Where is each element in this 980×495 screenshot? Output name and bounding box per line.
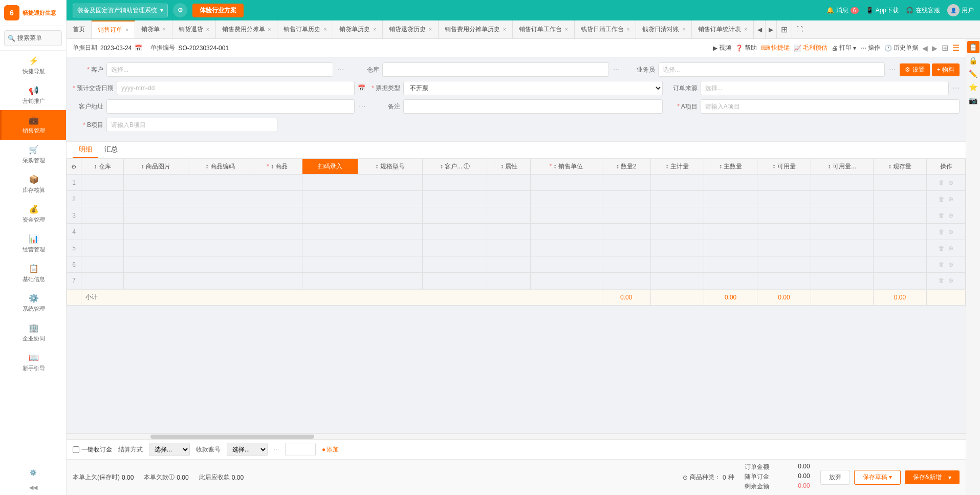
col-settings[interactable]: ⚙ <box>67 159 81 175</box>
tab-close-icon[interactable]: × <box>682 27 685 32</box>
warehouse-more-icon[interactable]: ··· <box>613 65 620 74</box>
print-action[interactable]: 🖨 打印 ▾ <box>832 44 856 52</box>
remarks-input[interactable] <box>403 99 662 114</box>
order-source-input[interactable] <box>701 81 949 95</box>
online-service-btn[interactable]: 🎧 在线客服 <box>906 6 940 15</box>
col-qty2[interactable]: ↕ 数量2 <box>602 159 650 175</box>
row-copy-icon[interactable]: ⊕ <box>948 261 953 268</box>
address-input[interactable] <box>106 99 355 114</box>
col-stock[interactable]: ↕ 现存量 <box>873 159 926 175</box>
sidebar-item-marketing[interactable]: 📢 营销推广 <box>0 80 66 110</box>
col-unit[interactable]: ↕ 销售单位 <box>530 159 602 175</box>
preview-action[interactable]: ▶ 视频 <box>713 44 731 52</box>
tab-close-icon[interactable]: × <box>125 27 128 33</box>
col-customer-code[interactable]: ↕ 客户... ⓘ <box>422 159 488 175</box>
row-copy-icon[interactable]: ⊕ <box>948 179 953 186</box>
app-download-btn[interactable]: 📱 App下载 <box>866 6 899 15</box>
row-delete-icon[interactable]: 🗑 <box>939 212 945 219</box>
top-settings-button[interactable]: ⚙ <box>173 3 187 17</box>
horizontal-scrollbar[interactable] <box>67 433 966 439</box>
sidebar-item-inventory[interactable]: 📦 库存核算 <box>0 169 66 199</box>
col-available[interactable]: ↕ 可用量 <box>757 159 811 175</box>
scroll-thumb[interactable] <box>150 435 314 439</box>
tab-more-btn[interactable]: ⊞ <box>776 20 792 39</box>
search-menu-button[interactable]: 🔍 搜索菜单 <box>4 30 62 46</box>
address-more-icon[interactable]: ··· <box>359 102 365 111</box>
col-warehouse[interactable]: ↕ 仓库 <box>81 159 124 175</box>
tab-workbench[interactable]: 销售订单工作台 × <box>513 20 575 39</box>
row-copy-icon[interactable]: ⊕ <box>948 228 953 235</box>
col-attr[interactable]: ↕ 属性 <box>488 159 530 175</box>
add-button[interactable]: ● 添加 <box>322 445 339 454</box>
grid-view-icon[interactable]: ⊞ <box>942 43 948 53</box>
sidebar-settings-btn[interactable]: ⚙️ <box>0 465 66 480</box>
nav-next-icon[interactable]: ▶ <box>932 44 938 52</box>
row-delete-icon[interactable]: 🗑 <box>939 261 945 268</box>
tab-close-icon[interactable]: × <box>206 27 209 32</box>
tab-close-icon[interactable]: × <box>323 27 326 32</box>
tab-close-icon[interactable]: × <box>744 27 747 32</box>
profit-action[interactable]: 📈 毛利预估 <box>794 44 827 52</box>
tab-daily-clear[interactable]: 钱货日清工作台 × <box>575 20 637 39</box>
tab-next-btn[interactable]: ▶ <box>765 20 776 39</box>
salesman-input[interactable] <box>658 62 885 77</box>
discard-button[interactable]: 放弃 <box>820 470 850 485</box>
tab-expense-history[interactable]: 销售费用分摊单历史 × <box>439 20 513 39</box>
sidebar-item-purchase[interactable]: 🛒 采购管理 <box>0 140 66 169</box>
industry-btn[interactable]: 体验行业方案 <box>192 4 244 17</box>
one-click-label[interactable]: 一键收订金 <box>81 445 112 454</box>
sidebar-item-financial[interactable]: 💰 资金管理 <box>0 199 66 229</box>
tab-detail[interactable]: 明细 <box>73 142 98 158</box>
tab-invoice-history[interactable]: 销货单历史 × <box>333 20 383 39</box>
sidebar-item-system[interactable]: ⚙️ 系统管理 <box>0 288 66 318</box>
tab-close-icon[interactable]: × <box>163 27 166 32</box>
tab-reconcile[interactable]: 钱货日清对账 × <box>636 20 692 39</box>
col-scan[interactable]: 扫码录入 <box>302 159 358 175</box>
add-material-btn[interactable]: + 物料 <box>932 63 960 76</box>
col-product[interactable]: ↕ 商品 <box>252 159 302 175</box>
sidebar-collapse-btn[interactable]: ◀◀ <box>0 480 66 495</box>
tab-return-history[interactable]: 销货退货历史 × <box>383 20 439 39</box>
sidebar-item-operations[interactable]: 📊 经营管理 <box>0 229 66 259</box>
right-panel-star-icon[interactable]: ⭐ <box>967 81 979 93</box>
tab-close-icon[interactable]: × <box>429 27 432 32</box>
sidebar-item-basic[interactable]: 📋 基础信息 <box>0 259 66 288</box>
calendar-small-icon[interactable]: 📅 <box>358 84 365 92</box>
tab-close-icon[interactable]: × <box>373 27 376 32</box>
system-select[interactable]: 装备及固定资产辅助管理系统 ▾ <box>73 4 168 17</box>
delivery-date-input[interactable] <box>117 81 355 95</box>
row-copy-icon[interactable]: ⊕ <box>948 245 953 252</box>
tab-sales-expense[interactable]: 销售费用分摊单 × <box>216 20 278 39</box>
row-delete-icon[interactable]: 🗑 <box>939 179 945 186</box>
col-available2[interactable]: ↕ 可用量... <box>811 159 873 175</box>
row-delete-icon[interactable]: 🗑 <box>939 245 945 252</box>
salesman-more-icon[interactable]: ··· <box>889 65 896 74</box>
row-copy-icon[interactable]: ⊕ <box>948 212 953 219</box>
row-delete-icon[interactable]: 🗑 <box>939 196 945 203</box>
col-main-unit[interactable]: ↕ 主计量 <box>650 159 704 175</box>
col-main-qty[interactable]: ↕ 主数量 <box>704 159 757 175</box>
list-view-icon[interactable]: ☰ <box>952 43 960 53</box>
help-action[interactable]: ❓ 帮助 <box>735 44 757 52</box>
tab-close-icon[interactable]: × <box>565 27 568 32</box>
amount-input[interactable]: 0.00 <box>285 443 316 456</box>
sidebar-item-sales[interactable]: 💼 销售管理 <box>0 110 66 140</box>
settings-btn-form[interactable]: ⚙ 设置 <box>900 63 929 76</box>
a-project-input[interactable] <box>701 99 960 114</box>
calendar-icon[interactable]: 📅 <box>135 45 142 52</box>
tab-close-icon[interactable]: × <box>503 27 506 32</box>
tab-summary[interactable]: 汇总 <box>98 142 124 158</box>
operations-action[interactable]: ⋯ 操作 <box>860 44 880 52</box>
tab-close-icon[interactable]: × <box>268 27 271 32</box>
sidebar-item-enterprise[interactable]: 🏢 企业协同 <box>0 318 66 348</box>
tab-sales-order[interactable]: 销售订单 × <box>92 20 135 39</box>
right-panel-lock-icon[interactable]: 🔒 <box>967 54 979 67</box>
payment-method-select[interactable]: 选择... <box>149 443 190 456</box>
right-panel-config-icon[interactable]: 📋 <box>967 41 979 53</box>
nav-prev-icon[interactable]: ◀ <box>922 44 928 52</box>
tab-sales-invoice[interactable]: 销货单 × <box>135 20 172 39</box>
warehouse-input[interactable]: 成品库 <box>382 62 609 77</box>
col-code[interactable]: ↕ 商品编码 <box>188 159 252 175</box>
col-image[interactable]: ↕ 商品图片 <box>123 159 188 175</box>
messages-btn[interactable]: 🔔 消息 6 <box>826 6 859 15</box>
